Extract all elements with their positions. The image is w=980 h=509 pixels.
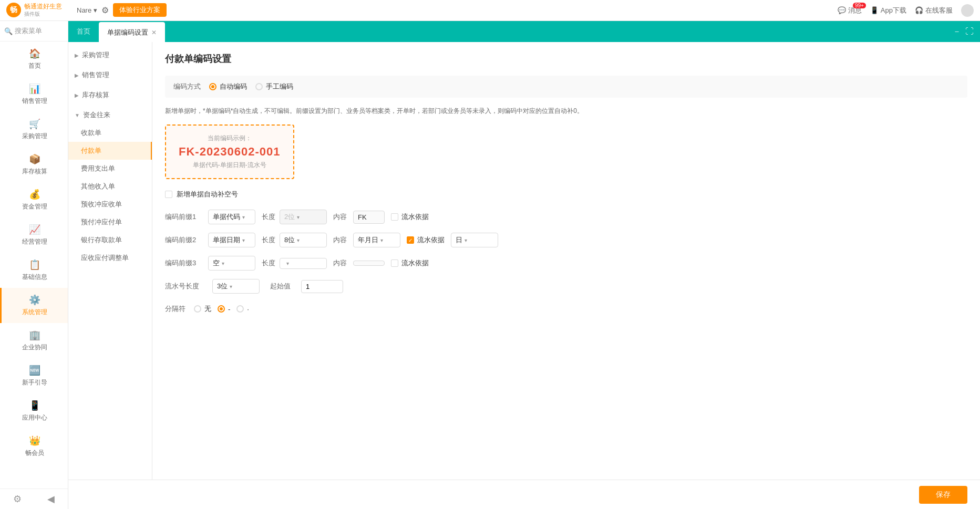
user-avatar[interactable] [961, 4, 974, 17]
preview-code: FK-20230602-001 [179, 145, 281, 159]
member-icon: 👑 [29, 435, 40, 446]
length2-select[interactable]: 8位 ▾ [280, 233, 327, 247]
app-download-item[interactable]: 📱 App下载 [870, 6, 906, 15]
enterprise-icon: 🏢 [29, 329, 40, 341]
sidebar-bottom: ⚙ ◀ [0, 489, 68, 509]
sidebar-item-label: 畅会员 [25, 449, 44, 458]
sep-none[interactable]: 无 [194, 304, 211, 314]
sec-sidebar-item-receipt[interactable]: 收款单 [68, 124, 152, 142]
sep-dash-label: - [228, 305, 230, 313]
chevron-right-icon: ▶ [75, 72, 79, 78]
sidebar-item-purchase[interactable]: 🛒 采购管理 [0, 112, 68, 147]
sec-group-purchase-label: 采购管理 [82, 50, 109, 60]
length1-select[interactable]: 2位 ▾ [280, 210, 327, 224]
stream3-checkbox[interactable]: 流水依据 [391, 258, 429, 268]
content2-label: 内容 [333, 235, 347, 245]
top-bar-nav: Nare ▾ ⚙ [77, 5, 109, 15]
secondary-sidebar: ▶ 采购管理 ▶ 销售管理 ▶ 库存核算 [68, 42, 152, 480]
tab-home[interactable]: 首页 [68, 21, 99, 42]
sidebar-item-enterprise[interactable]: 🏢 企业协同 [0, 323, 68, 358]
sidebar-item-label: 采购管理 [22, 132, 47, 141]
sep-dash-radio [218, 305, 225, 313]
settings-icon[interactable]: ⚙ [101, 5, 109, 15]
config-row-3: 编码前缀3 空 ▾ 长度 ▾ 内容 [165, 256, 967, 271]
content2-select[interactable]: 年月日 ▾ [353, 233, 400, 247]
stream-unit-select[interactable]: 日 ▾ [451, 233, 498, 247]
sec-sidebar-item-expense[interactable]: 费用支出单 [68, 160, 152, 178]
length2-value: 8位 [284, 235, 295, 245]
sidebar-item-guide[interactable]: 🆕 新手引导 [0, 358, 68, 393]
stream1-checkbox[interactable]: 流水依据 [391, 212, 429, 222]
search-menu[interactable]: 🔍 搜索菜单 [0, 21, 68, 41]
sidebar-item-inventory[interactable]: 📦 库存核算 [0, 147, 68, 182]
sidebar-item-home[interactable]: 🏠 首页 [0, 41, 68, 77]
sec-sidebar-item-other-income[interactable]: 其他收入单 [68, 178, 152, 195]
auto-encoding-radio[interactable]: 自动编码 [209, 82, 247, 91]
stream-length-value: 3位 [217, 282, 228, 291]
sec-sidebar-item-bank[interactable]: 银行存取款单 [68, 231, 152, 249]
nav-dropdown[interactable]: Nare ▾ [77, 6, 97, 14]
sec-item-payment-label: 付款单 [81, 147, 101, 154]
sec-item-advance-offset-label: 预付冲应付单 [81, 218, 122, 226]
sidebar-item-apps[interactable]: 📱 应用中心 [0, 393, 68, 429]
sidebar-item-operations[interactable]: 📈 经营管理 [0, 217, 68, 253]
finance-icon: 💰 [29, 189, 40, 200]
sec-item-prepay-offset-label: 预收冲应收单 [81, 200, 122, 208]
tab-minimize-btn[interactable]: － [953, 26, 961, 37]
top-bar-left: 畅 畅通道好生意 插件版 Nare ▾ ⚙ 体验行业方案 [6, 3, 167, 17]
length1-value: 2位 [284, 212, 295, 222]
sec-sidebar-item-adjust[interactable]: 应收应付调整单 [68, 249, 152, 267]
sec-sidebar-item-prepay-offset[interactable]: 预收冲应收单 [68, 195, 152, 213]
sec-group-inventory-title[interactable]: ▶ 库存核算 [68, 86, 152, 104]
sidebar-item-label: 应用中心 [22, 413, 47, 422]
sec-group-sales-title[interactable]: ▶ 销售管理 [68, 66, 152, 84]
sidebar-item-system[interactable]: ⚙️ 系统管理 [0, 288, 68, 323]
manual-encoding-radio[interactable]: 手工编码 [255, 82, 293, 91]
sep-none-label: 无 [204, 304, 211, 314]
sidebar-settings-btn[interactable]: ⚙ [13, 493, 22, 505]
sidebar-item-label: 销售管理 [22, 97, 47, 106]
prefix3-select[interactable]: 空 ▾ [208, 256, 255, 271]
sec-sidebar-item-payment[interactable]: 付款单 [68, 142, 152, 160]
logo-badge: 插件版 [24, 11, 62, 18]
save-button[interactable]: 保存 [919, 486, 967, 504]
prefix1-select[interactable]: 单据代码 ▾ [208, 210, 255, 224]
prefix2-label: 编码前缀2 [165, 235, 202, 245]
sep-dash[interactable]: - [218, 305, 230, 313]
sidebar-item-label: 资金管理 [22, 202, 47, 211]
length3-select[interactable]: ▾ [280, 258, 327, 269]
prefix2-select[interactable]: 单据日期 ▾ [208, 233, 255, 247]
sep-none-radio [194, 305, 201, 313]
trial-button[interactable]: 体验行业方案 [113, 3, 167, 17]
sec-group-sales: ▶ 销售管理 [68, 66, 152, 84]
sec-sidebar-item-advance-offset[interactable]: 预付冲应付单 [68, 213, 152, 231]
service-item[interactable]: 🎧 在线客服 [915, 6, 953, 15]
content1-value: FK [353, 211, 385, 224]
sidebar-item-member[interactable]: 👑 畅会员 [0, 429, 68, 464]
message-item[interactable]: 💬 消息 99+ [838, 6, 862, 15]
stream1-box [391, 213, 398, 221]
sidebar-item-finance[interactable]: 💰 资金管理 [0, 182, 68, 217]
tab-maximize-btn[interactable]: ⛶ [965, 27, 974, 36]
tab-encoding[interactable]: 单据编码设置 ✕ [99, 22, 165, 43]
basic-icon: 📋 [29, 259, 40, 271]
sec-group-purchase-title[interactable]: ▶ 采购管理 [68, 46, 152, 64]
tab-encoding-label: 单据编码设置 [107, 28, 148, 37]
nav-dropdown-text: Nare [77, 6, 91, 14]
stream2-checkbox[interactable]: ✓ 流水依据 [407, 235, 445, 245]
auto-fill-checkbox[interactable] [165, 191, 172, 198]
sidebar-item-basic[interactable]: 📋 基础信息 [0, 253, 68, 288]
sec-item-bank-label: 银行存取款单 [81, 236, 122, 244]
apps-icon: 📱 [29, 400, 40, 411]
start-value-input[interactable] [301, 280, 343, 293]
stream-length-select[interactable]: 3位 ▾ [212, 279, 260, 294]
tab-close-icon[interactable]: ✕ [151, 29, 157, 36]
sidebar-collapse-btn[interactable]: ◀ [47, 493, 55, 505]
auto-fill-row: 新增单据自动补空号 [165, 190, 967, 199]
sec-group-capital-title[interactable]: ▼ 资金往来 [68, 106, 152, 124]
tab-home-label: 首页 [77, 27, 90, 36]
sidebar-item-sales[interactable]: 📊 销售管理 [0, 77, 68, 112]
top-bar: 畅 畅通道好生意 插件版 Nare ▾ ⚙ 体验行业方案 💬 消息 99+ 📱 … [0, 0, 980, 21]
home-icon: 🏠 [29, 48, 40, 59]
sep-dot[interactable]: · [236, 305, 249, 313]
